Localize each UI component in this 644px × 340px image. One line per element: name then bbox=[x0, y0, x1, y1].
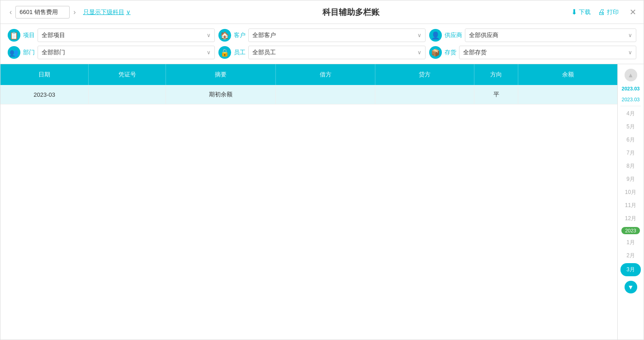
col-voucher: 凭证号 bbox=[89, 64, 166, 85]
customer-icon: 🏠 bbox=[218, 29, 231, 42]
customer-arrow-icon: ∨ bbox=[417, 32, 421, 38]
sidebar-month-4[interactable]: 4月 bbox=[618, 107, 644, 120]
customer-select[interactable]: 全部客户 ∨ bbox=[248, 28, 426, 42]
dept-label: 部门 bbox=[23, 48, 35, 57]
filter-employee: 🔒 员工 全部员工 ∨ bbox=[218, 46, 426, 59]
col-debit: 借方 bbox=[276, 64, 375, 85]
table-header-row: 日期 凭证号 摘要 借方 贷方 方向 余额 bbox=[0, 64, 617, 85]
sidebar-month-6[interactable]: 6月 bbox=[618, 133, 644, 146]
inventory-arrow-icon: ∨ bbox=[628, 49, 632, 56]
sidebar-month-1[interactable]: 1月 bbox=[618, 236, 644, 249]
sidebar-month-8[interactable]: 8月 bbox=[618, 160, 644, 173]
cell-date: 2023-03 bbox=[0, 85, 89, 104]
cell-voucher bbox=[89, 85, 166, 104]
project-icon: 📋 bbox=[8, 29, 20, 42]
employee-icon: 🔒 bbox=[218, 46, 231, 59]
print-btn[interactable]: 🖨 打印 bbox=[598, 8, 619, 16]
inventory-label: 存货 bbox=[445, 48, 456, 57]
inventory-icon: 📦 bbox=[429, 46, 442, 59]
page-title: 科目辅助多栏账 bbox=[131, 7, 571, 18]
dropdown-arrow-icon: ∨ bbox=[126, 9, 131, 15]
supplier-icon: 👤 bbox=[429, 29, 442, 42]
print-icon: 🖨 bbox=[598, 8, 605, 16]
col-date: 日期 bbox=[0, 64, 89, 85]
sidebar-month-7[interactable]: 7月 bbox=[618, 146, 644, 160]
ledger-table: 日期 凭证号 摘要 借方 贷方 方向 余额 2023-03期初余额平 bbox=[0, 64, 617, 104]
employee-label: 员工 bbox=[234, 48, 246, 57]
main-content: 日期 凭证号 摘要 借方 贷方 方向 余额 2023-03期初余额平 ▲ bbox=[0, 64, 644, 340]
sidebar-down-btn[interactable]: ▼ bbox=[625, 281, 637, 293]
sidebar-month-11[interactable]: 11月 bbox=[618, 199, 644, 212]
filter-customer: 🏠 客户 全部客户 ∨ bbox=[218, 28, 426, 42]
cell-summary: 期初余额 bbox=[166, 85, 276, 104]
cell-credit bbox=[375, 85, 474, 104]
sidebar-range-end[interactable]: 2023.03 bbox=[618, 94, 644, 105]
sidebar-month-5[interactable]: 5月 bbox=[618, 120, 644, 133]
inventory-select[interactable]: 全部存货 ∨ bbox=[459, 46, 636, 59]
filter-dept: 👥 部门 全部部门 ∨ bbox=[8, 46, 215, 59]
project-label: 项目 bbox=[23, 31, 35, 39]
cell-direction: 平 bbox=[474, 85, 518, 104]
sidebar-up-btn[interactable]: ▲ bbox=[625, 69, 637, 81]
dept-arrow-icon: ∨ bbox=[207, 49, 211, 56]
project-arrow-icon: ∨ bbox=[207, 32, 211, 38]
cell-balance bbox=[518, 85, 617, 104]
cell-debit bbox=[276, 85, 375, 104]
main-window: ‹ 6601 销售费用 › 只显示下级科目 ∨ 科目辅助多栏账 ⬇ 下载 🖨 打… bbox=[0, 0, 644, 340]
employee-arrow-icon: ∨ bbox=[417, 49, 421, 56]
supplier-label: 供应商 bbox=[445, 31, 462, 39]
dept-icon: 👥 bbox=[8, 46, 20, 59]
account-code: 6601 销售费用 bbox=[15, 6, 70, 19]
sidebar-range-start[interactable]: 2023.03 bbox=[618, 83, 644, 94]
supplier-arrow-icon: ∨ bbox=[628, 32, 632, 38]
sidebar-year-badge: 2023 bbox=[621, 227, 639, 234]
col-balance: 余额 bbox=[518, 64, 617, 85]
filter-inventory: 📦 存货 全部存货 ∨ bbox=[429, 46, 636, 59]
sidebar-month-9[interactable]: 9月 bbox=[618, 173, 644, 186]
download-btn[interactable]: ⬇ 下载 bbox=[571, 8, 591, 16]
col-credit: 贷方 bbox=[375, 64, 474, 85]
sidebar-month-3-active[interactable]: 3月 bbox=[620, 263, 641, 276]
download-icon: ⬇ bbox=[571, 8, 577, 16]
sidebar-month-12[interactable]: 12月 bbox=[618, 212, 644, 225]
filter-project: 📋 项目 全部项目 ∨ bbox=[8, 28, 215, 42]
supplier-select[interactable]: 全部供应商 ∨ bbox=[465, 28, 636, 42]
employee-select[interactable]: 全部员工 ∨ bbox=[248, 46, 426, 59]
filter-supplier: 👤 供应商 全部供应商 ∨ bbox=[429, 28, 636, 42]
close-btn[interactable]: ✕ bbox=[630, 7, 636, 17]
col-dir: 方向 bbox=[474, 64, 518, 85]
table-row[interactable]: 2023-03期初余额平 bbox=[0, 85, 617, 104]
table-area[interactable]: 日期 凭证号 摘要 借方 贷方 方向 余额 2023-03期初余额平 bbox=[0, 64, 617, 340]
sidebar-month-10[interactable]: 10月 bbox=[618, 186, 644, 199]
customer-label: 客户 bbox=[234, 31, 246, 39]
dept-select[interactable]: 全部部门 ∨ bbox=[38, 46, 215, 59]
header: ‹ 6601 销售费用 › 只显示下级科目 ∨ 科目辅助多栏账 ⬇ 下载 🖨 打… bbox=[0, 0, 644, 24]
filter-row-1: 📋 项目 全部项目 ∨ 🏠 客户 全部客户 ∨ 👤 供应商 全部供应 bbox=[8, 28, 636, 42]
filter-bar: 📋 项目 全部项目 ∨ 🏠 客户 全部客户 ∨ 👤 供应商 全部供应 bbox=[0, 24, 644, 64]
prev-account-btn[interactable]: ‹ bbox=[8, 7, 14, 17]
project-select[interactable]: 全部项目 ∨ bbox=[38, 28, 215, 42]
header-actions: ⬇ 下载 🖨 打印 ✕ bbox=[571, 7, 636, 17]
next-account-btn[interactable]: › bbox=[71, 7, 77, 17]
sidebar-month-2[interactable]: 2月 bbox=[618, 249, 644, 262]
show-sub-toggle[interactable]: 只显示下级科目 ∨ bbox=[83, 8, 131, 16]
filter-row-2: 👥 部门 全部部门 ∨ 🔒 员工 全部员工 ∨ 📦 存货 全部存货 bbox=[8, 46, 636, 59]
col-summary: 摘要 bbox=[166, 64, 276, 85]
right-sidebar: ▲ 2023.03 2023.03 4月 5月 6月 7月 8月 9月 10月 … bbox=[617, 64, 644, 340]
